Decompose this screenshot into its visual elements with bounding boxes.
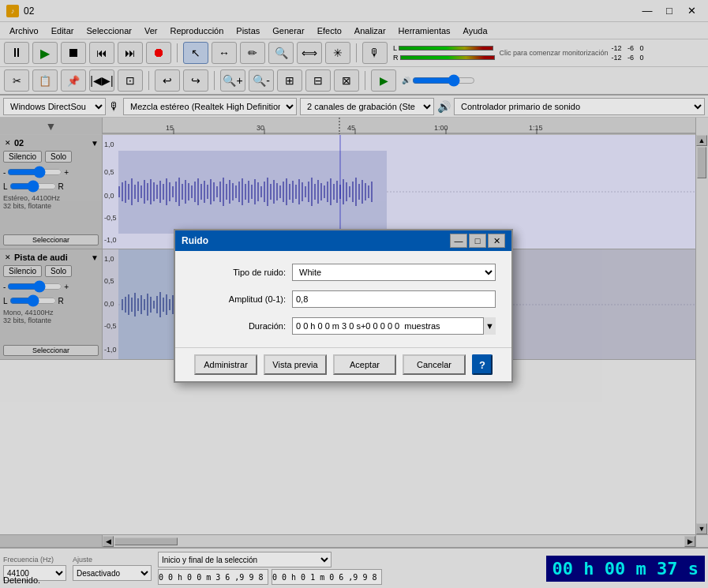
manage-button[interactable]: Administrar	[194, 354, 257, 375]
dialog-window-controls: — □ ✕	[450, 234, 505, 248]
noise-dialog: Ruido — □ ✕ Tipo de ruido: White Pink Br…	[174, 229, 513, 383]
dialog-actions: Administrar Vista previa Aceptar Cancela…	[175, 347, 511, 381]
noise-type-label: Tipo de ruido:	[191, 268, 286, 277]
duration-control: ▼	[292, 317, 496, 335]
dialog-title: Ruido	[182, 235, 208, 246]
ok-button[interactable]: Aceptar	[333, 354, 396, 375]
duration-label: Duración:	[191, 321, 286, 331]
amplitude-row: Amplitud (0-1):	[191, 290, 496, 308]
help-button[interactable]: ?	[472, 354, 493, 375]
dialog-maximize[interactable]: □	[469, 234, 486, 248]
dialog-close[interactable]: ✕	[488, 234, 505, 248]
dialog-minimize[interactable]: —	[450, 234, 467, 248]
duration-row: Duración: ▼	[191, 317, 496, 335]
duration-dropdown-arrow[interactable]: ▼	[483, 317, 496, 335]
noise-type-row: Tipo de ruido: White Pink Brownian	[191, 264, 496, 281]
amplitude-label: Amplitud (0-1):	[191, 294, 286, 304]
dialog-titlebar: Ruido — □ ✕	[175, 230, 511, 251]
noise-type-select[interactable]: White Pink Brownian	[292, 264, 496, 281]
cancel-button[interactable]: Cancelar	[403, 354, 466, 375]
dialog-content: Tipo de ruido: White Pink Brownian Ampli…	[175, 251, 511, 347]
duration-input[interactable]	[292, 317, 496, 335]
preview-button[interactable]: Vista previa	[264, 354, 327, 375]
dialog-overlay: Ruido — □ ✕ Tipo de ruido: White Pink Br…	[0, 0, 708, 588]
amplitude-input[interactable]	[292, 290, 496, 308]
